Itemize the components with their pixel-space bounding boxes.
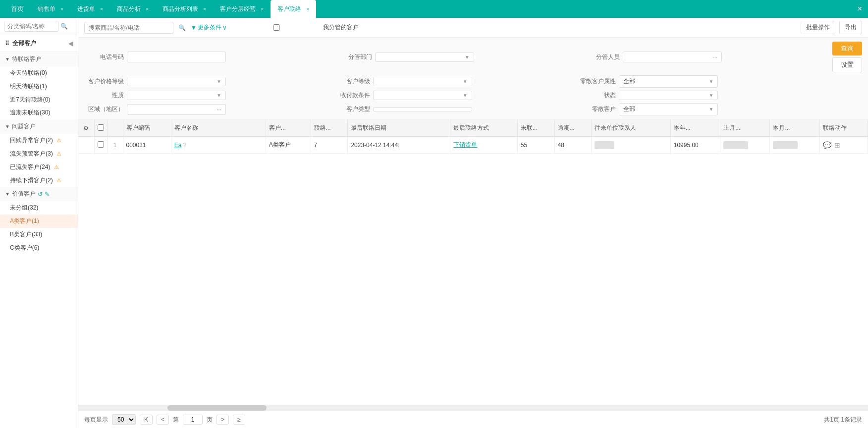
customer-type-select[interactable]: [373, 107, 472, 111]
sidebar-item-declining[interactable]: 持续下滑客户(2) ⚠: [0, 174, 78, 187]
sidebar-item-repurchase-abnormal[interactable]: 回购异常客户(2) ⚠: [0, 134, 78, 147]
all-customers-header[interactable]: ⠿ 全部客户 ◀: [0, 35, 78, 52]
export-btn[interactable]: 导出: [839, 21, 862, 34]
nav-home[interactable]: 首页: [4, 0, 31, 18]
grid-action-icon[interactable]: ⊞: [834, 141, 840, 149]
row-checkbox-cell[interactable]: [94, 137, 107, 154]
collapse-sidebar-btn[interactable]: ◀: [68, 40, 73, 47]
col-this-year[interactable]: 本年...: [670, 120, 720, 137]
region-select[interactable]: ···: [127, 104, 226, 115]
sidebar-item-loss-warning[interactable]: 流失预警客户(3) ⚠: [0, 147, 78, 160]
nav-analysis[interactable]: 商品分析 ×: [110, 0, 156, 18]
row-checkbox[interactable]: [98, 141, 104, 148]
chevron-down-icon: ∨: [222, 24, 227, 31]
col-no-contact[interactable]: 未联...: [517, 120, 554, 137]
manager-select[interactable]: ···: [623, 52, 722, 62]
query-btn[interactable]: 查询: [832, 42, 862, 55]
col-last-month[interactable]: 上月...: [720, 120, 770, 137]
col-gear[interactable]: ⚙: [78, 120, 94, 137]
edit-icon[interactable]: ✎: [45, 191, 50, 198]
sidebar-item-overdue[interactable]: 逾期未联络(30): [0, 106, 78, 119]
sidebar-item-tomorrow[interactable]: 明天待联络(1): [0, 80, 78, 93]
refresh-icon[interactable]: ↺: [38, 191, 43, 198]
col-name[interactable]: 客户名称: [171, 120, 266, 137]
price-level-select[interactable]: ▼: [127, 77, 226, 86]
phone-input[interactable]: [127, 52, 226, 62]
customer-level-select[interactable]: ▼: [373, 77, 472, 86]
sidebar-search-input[interactable]: [4, 21, 58, 32]
last-method-link[interactable]: 下销货单: [453, 141, 477, 148]
status-select[interactable]: ▼: [619, 91, 718, 100]
col-this-month[interactable]: 本月...: [770, 120, 819, 137]
batch-op-btn[interactable]: 批量操作: [801, 21, 835, 34]
region-label: 区域（地区）: [84, 105, 124, 113]
col-overdue[interactable]: 逾期...: [554, 120, 592, 137]
sidebar-item-today[interactable]: 今天待联络(0): [0, 66, 78, 80]
scatter-attr-select[interactable]: 全部 ▼: [619, 75, 718, 88]
search-input[interactable]: [84, 22, 173, 34]
col-last-date[interactable]: 最后联络日期: [348, 120, 450, 137]
scatter-attr-label: 零散客户属性: [576, 77, 616, 86]
close-purchase-tab[interactable]: ×: [100, 6, 103, 12]
col-unit-contact[interactable]: 往来单位联系人: [592, 120, 670, 137]
content-area: 🔍 ▼ 更多条件 ∨ 我分管的客户 批量操作 导出 电话号码: [78, 18, 868, 428]
nav-purchase[interactable]: 进货单 ×: [70, 0, 110, 18]
sidebar-item-a-class[interactable]: A类客户(1): [0, 214, 78, 228]
row-name-cell[interactable]: Ea ?: [171, 137, 266, 154]
gear-icon[interactable]: ⚙: [83, 125, 89, 132]
close-customer-contact-tab[interactable]: ×: [306, 6, 309, 12]
payment-select[interactable]: ▼: [373, 91, 472, 100]
col-type[interactable]: 客户...: [266, 120, 311, 137]
sidebar-item-lost[interactable]: 已流失客户(24) ⚠: [0, 160, 78, 174]
prev-page-btn[interactable]: <: [157, 415, 169, 425]
col-select-all[interactable]: [94, 120, 107, 137]
nav-customer-tier[interactable]: 客户分层经营 ×: [213, 0, 271, 18]
last-page-btn[interactable]: ≥: [233, 415, 245, 425]
region-dots[interactable]: ···: [217, 106, 221, 113]
row-last-method-cell[interactable]: 下销货单: [450, 137, 517, 154]
dept-select[interactable]: ▼: [375, 53, 474, 62]
close-analysis-list-tab[interactable]: ×: [203, 6, 206, 12]
setting-btn[interactable]: 设置: [832, 57, 862, 72]
page-size-select[interactable]: 50: [112, 414, 136, 425]
col-contact[interactable]: 联络...: [311, 120, 348, 137]
customer-name-link[interactable]: Ea: [174, 142, 182, 149]
nature-select[interactable]: ▼: [127, 91, 226, 100]
scrollbar-thumb[interactable]: [167, 405, 267, 411]
sidebar-item-week[interactable]: 近7天待联络(0): [0, 93, 78, 107]
customer-level-arrow-icon: ▼: [463, 79, 468, 84]
filter-search-icon[interactable]: 🔍: [178, 24, 186, 31]
nav-customer-contact[interactable]: 客户联络 ×: [271, 0, 316, 18]
row-num-cell: 1: [107, 137, 123, 154]
nature-arrow-icon: ▼: [217, 93, 221, 98]
nav-analysis-list[interactable]: 商品分析列表 ×: [156, 0, 213, 18]
col-code[interactable]: 客户编码: [123, 120, 171, 137]
chat-icon[interactable]: 💬: [823, 141, 831, 149]
manager-dots[interactable]: ···: [712, 54, 717, 60]
group-problem-customers[interactable]: ▼ 问题客户: [0, 119, 78, 134]
more-filters-btn[interactable]: ▼ 更多条件 ∨: [191, 23, 227, 32]
close-all-tabs[interactable]: ×: [858, 4, 862, 13]
sidebar-search-icon[interactable]: 🔍: [60, 23, 68, 30]
first-page-btn[interactable]: K: [140, 415, 153, 425]
nav-sales[interactable]: 销售单 ×: [31, 0, 70, 18]
action-icons: 💬 ⊞: [823, 141, 865, 149]
sidebar-item-c-class[interactable]: C类客户(6): [0, 241, 78, 255]
col-last-method[interactable]: 最后联络方式: [450, 120, 517, 137]
payment-arrow-icon: ▼: [463, 93, 468, 98]
group-pending-contact[interactable]: ▼ 待联络客户: [0, 52, 78, 66]
my-customers-checkbox-label[interactable]: 我分管的客户: [232, 23, 359, 32]
sidebar-item-b-class[interactable]: B类客户(33): [0, 228, 78, 241]
next-page-btn[interactable]: >: [217, 415, 229, 425]
scatter-select[interactable]: 全部 ▼: [619, 103, 718, 115]
sidebar-item-ungrouped[interactable]: 未分组(32): [0, 201, 78, 214]
horizontal-scrollbar[interactable]: [78, 405, 868, 411]
page-number-input[interactable]: [183, 415, 203, 425]
my-customers-checkbox[interactable]: [232, 24, 321, 31]
group-value-customers[interactable]: ▼ 价值客户 ↺ ✎: [0, 187, 78, 201]
close-customer-tier-tab[interactable]: ×: [261, 6, 264, 12]
close-analysis-tab[interactable]: ×: [146, 6, 149, 12]
close-sales-tab[interactable]: ×: [60, 6, 63, 12]
warn-icon3: ⚠: [54, 164, 59, 170]
select-all-checkbox[interactable]: [98, 124, 104, 131]
